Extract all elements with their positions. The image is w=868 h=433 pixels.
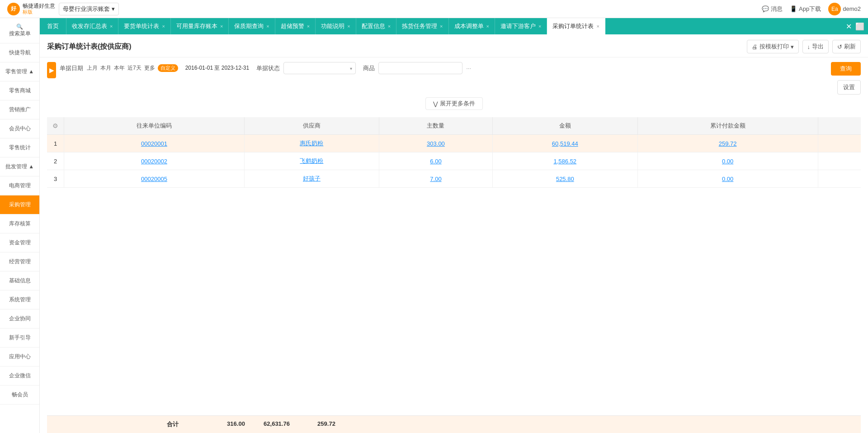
footer-qty: 316.00 bbox=[218, 420, 254, 428]
settings-icon[interactable]: ⚙ bbox=[52, 122, 58, 129]
close-icon[interactable]: × bbox=[307, 24, 310, 29]
row-supplier: 好孩子 bbox=[244, 170, 379, 188]
close-icon[interactable]: × bbox=[162, 24, 165, 29]
refresh-button[interactable]: ↺ 刷新 bbox=[832, 40, 861, 53]
col-settings: ⚙ bbox=[47, 117, 64, 135]
sidebar-item-newbie[interactable]: 新手引导 bbox=[0, 328, 39, 347]
tab-shelf-life[interactable]: 保质期查询 × bbox=[229, 18, 275, 34]
shortcut-7days[interactable]: 近7天 bbox=[127, 64, 142, 72]
tab-order-stats[interactable]: 要货单统计表 × bbox=[118, 18, 170, 34]
tab-invite-downstream[interactable]: 邀请下游客户 × bbox=[495, 18, 547, 34]
template-print-button[interactable]: 🖨 按模板打印 ▾ bbox=[747, 40, 799, 53]
user-profile[interactable]: Ea demo2 bbox=[828, 3, 861, 15]
query-button[interactable]: 查询 bbox=[831, 62, 861, 76]
row-no: 1 bbox=[47, 135, 64, 152]
qty-link[interactable]: 303.00 bbox=[427, 140, 445, 147]
sidebar-item-enterprise-wechat[interactable]: 企业微信 bbox=[0, 366, 39, 385]
close-icon[interactable]: × bbox=[596, 24, 599, 29]
sidebar-item-operations[interactable]: 经营管理 bbox=[0, 252, 39, 271]
sidebar-item-funds[interactable]: 资金管理 bbox=[0, 233, 39, 252]
settings-button[interactable]: 设置 bbox=[837, 80, 861, 95]
tab-picking-task[interactable]: 拣货任务管理 × bbox=[396, 18, 448, 34]
footer-label: 合计 bbox=[127, 420, 218, 428]
tab-config-info[interactable]: 配置信息 × bbox=[356, 18, 396, 34]
close-icon[interactable]: × bbox=[486, 24, 489, 29]
logo-icon: 好 bbox=[7, 3, 20, 15]
qty-link[interactable]: 7.00 bbox=[430, 176, 441, 182]
amount-link[interactable]: 1,586.52 bbox=[553, 158, 576, 165]
tab-cost-adjust[interactable]: 成本调整单 × bbox=[449, 18, 495, 34]
tab-function-desc[interactable]: 功能说明 × bbox=[316, 18, 356, 34]
close-icon[interactable]: × bbox=[440, 24, 443, 29]
refresh-icon: ↺ bbox=[837, 43, 842, 50]
sidebar-item-search[interactable]: 🔍 搜索菜单 bbox=[0, 18, 39, 43]
supplier-name-link[interactable]: 好孩子 bbox=[303, 175, 321, 182]
sidebar-item-enterprise-collab[interactable]: 企业协同 bbox=[0, 309, 39, 328]
sidebar-item-shortcut[interactable]: 快捷导航 bbox=[0, 43, 39, 62]
workspace-selector[interactable]: 母婴行业演示账套 ▾ bbox=[59, 3, 119, 15]
search-icon: 🔍 bbox=[16, 24, 23, 30]
sidebar-item-vip[interactable]: 畅会员 bbox=[0, 385, 39, 404]
status-select[interactable] bbox=[283, 62, 356, 74]
filter-toggle-button[interactable]: ▶ bbox=[47, 62, 56, 78]
supplier-code-link[interactable]: 00020002 bbox=[141, 158, 167, 165]
sidebar-item-ecommerce[interactable]: 电商管理 bbox=[0, 176, 39, 195]
row-code: 00020005 bbox=[64, 170, 245, 188]
app-download-button[interactable]: 📱 App下载 bbox=[790, 5, 821, 13]
row-code: 00020001 bbox=[64, 135, 245, 152]
sidebar-item-retail-mall[interactable]: 零售商城 bbox=[0, 81, 39, 100]
amount-link[interactable]: 525.80 bbox=[556, 176, 574, 182]
supplier-code-link[interactable]: 00020001 bbox=[141, 140, 167, 147]
row-paid: 0.00 bbox=[637, 170, 818, 188]
shortcut-this-month[interactable]: 本月 bbox=[100, 64, 111, 72]
close-icon[interactable]: × bbox=[538, 24, 541, 29]
goods-input[interactable] bbox=[378, 62, 462, 74]
message-button[interactable]: 💬 消息 bbox=[762, 5, 783, 13]
maximize-icon[interactable]: ⬜ bbox=[855, 22, 864, 31]
tab-receipts-summary[interactable]: 收发存汇总表 × bbox=[66, 18, 118, 34]
close-icon[interactable]: × bbox=[110, 24, 113, 29]
supplier-name-link[interactable]: 飞鹤奶粉 bbox=[300, 157, 323, 164]
sidebar-item-retail-stats[interactable]: 零售统计 bbox=[0, 138, 39, 157]
shortcut-this-year[interactable]: 本年 bbox=[114, 64, 125, 72]
sidebar-item-basics[interactable]: 基础信息 bbox=[0, 271, 39, 290]
shortcut-last-month[interactable]: 上月 bbox=[87, 64, 98, 72]
close-icon[interactable]: × bbox=[347, 24, 350, 29]
footer-paid: 259.72 bbox=[299, 420, 354, 428]
sidebar-item-purchase[interactable]: 采购管理 bbox=[0, 195, 39, 214]
row-amount: 525.80 bbox=[492, 170, 637, 188]
custom-badge: 自定义 bbox=[158, 64, 178, 72]
sidebar-item-members[interactable]: 会员中心 bbox=[0, 119, 39, 138]
sidebar-item-wholesale-mgmt[interactable]: 批发管理 ▲ bbox=[0, 157, 39, 176]
export-button[interactable]: ↓ 导出 bbox=[802, 40, 829, 53]
close-icon[interactable]: × bbox=[266, 24, 269, 29]
more-icon[interactable]: ··· bbox=[466, 65, 471, 71]
expand-more-button[interactable]: ⋁ 展开更多条件 bbox=[425, 97, 483, 110]
supplier-name-link[interactable]: 惠氏奶粉 bbox=[300, 140, 323, 147]
paid-link[interactable]: 0.00 bbox=[722, 176, 733, 182]
message-icon: 💬 bbox=[762, 5, 769, 12]
amount-link[interactable]: 60,519.44 bbox=[552, 140, 578, 147]
supplier-code-link[interactable]: 00020005 bbox=[141, 176, 167, 182]
sidebar-item-app-center[interactable]: 应用中心 bbox=[0, 347, 39, 366]
status-select-wrapper: ▾ bbox=[283, 62, 356, 74]
row-extra bbox=[818, 170, 861, 188]
tab-available-inventory[interactable]: 可用量库存账本 × bbox=[171, 18, 229, 34]
paid-link[interactable]: 0.00 bbox=[722, 158, 733, 165]
close-icon[interactable]: × bbox=[388, 24, 391, 29]
qty-link[interactable]: 6.00 bbox=[430, 158, 441, 165]
sidebar-item-retail-mgmt[interactable]: 零售管理 ▲ bbox=[0, 62, 39, 81]
close-icon[interactable]: × bbox=[220, 24, 223, 29]
sidebar-item-marketing[interactable]: 营销推广 bbox=[0, 100, 39, 119]
date-range-display: 2016-01-01 至 2023-12-31 bbox=[185, 64, 249, 72]
tab-overstock-warning[interactable]: 超储预警 × bbox=[275, 18, 316, 34]
sidebar-item-inventory[interactable]: 库存核算 bbox=[0, 214, 39, 233]
paid-link[interactable]: 259.72 bbox=[719, 140, 737, 147]
chevron-down-icon: ⋁ bbox=[433, 100, 438, 107]
close-all-icon[interactable]: ✕ bbox=[846, 22, 852, 31]
shortcut-more[interactable]: 更多 bbox=[144, 64, 155, 72]
sidebar-item-system[interactable]: 系统管理 bbox=[0, 290, 39, 309]
tab-home[interactable]: 首页 bbox=[40, 18, 66, 34]
tab-purchase-order-stats[interactable]: 采购订单统计表 × bbox=[547, 18, 605, 34]
col-amount: 金额 bbox=[492, 117, 637, 135]
